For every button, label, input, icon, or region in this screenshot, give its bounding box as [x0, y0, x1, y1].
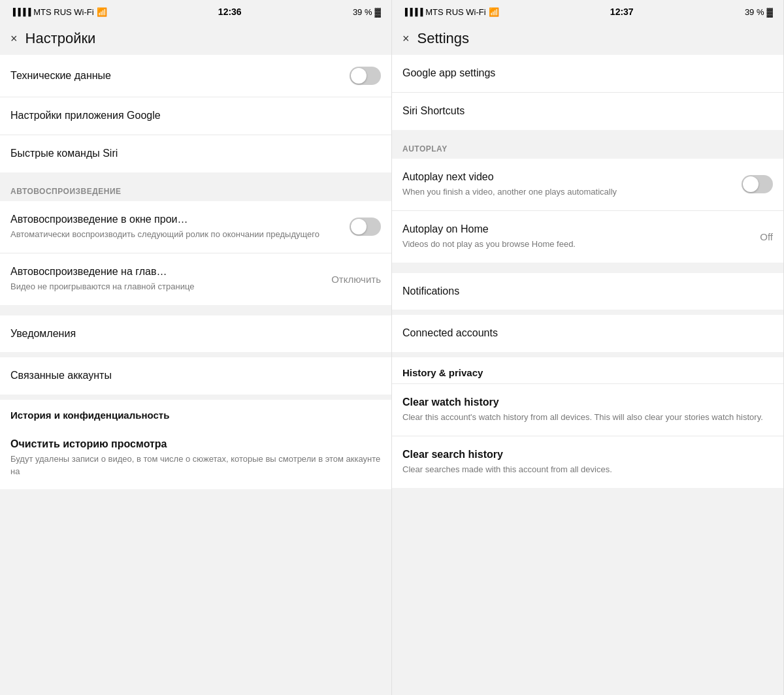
notifications-title-left: Уведомления: [10, 327, 381, 341]
battery-icon-right: ▓: [767, 7, 773, 17]
autoplay-home-content-right: Autoplay on Home Videos do not play as y…: [402, 223, 760, 251]
time-left: 12:36: [218, 7, 242, 17]
divider-1: [0, 310, 391, 315]
history-group-left: История и конфиденциальность Очистить ис…: [0, 400, 391, 489]
setting-item-connected-left[interactable]: Связанные аккаунты: [0, 357, 391, 395]
autoplay-home-title: Автовоспроизведение на глав…: [10, 265, 331, 279]
autoplay-window-subtitle: Автоматически воспроизводить следующий р…: [10, 229, 350, 240]
connected-group-left: Связанные аккаунты: [0, 357, 391, 395]
autoplay-next-title: Autoplay next video: [402, 170, 742, 184]
autoplay-home-content: Автовоспроизведение на глав… Видео не пр…: [10, 265, 331, 293]
clear-watch-subtitle-right: Clear this account's watch history from …: [402, 412, 773, 423]
setting-item-connected-right[interactable]: Connected accounts: [392, 315, 783, 352]
status-bar-right: ▐▐▐▐ MTS RUS Wi-Fi 📶 12:37 39 % ▓: [392, 0, 783, 24]
history-header-title-right: History & privacy: [402, 366, 483, 380]
history-section-header-left: История и конфиденциальность: [0, 400, 391, 426]
setting-item-tech-title: Технические данные: [10, 69, 350, 83]
setting-item-tech-content: Технические данные: [10, 69, 350, 83]
siri-title-right: Siri Shortcuts: [402, 105, 773, 118]
setting-item-notifications-left[interactable]: Уведомления: [0, 315, 391, 353]
clear-search-content-right: Clear search history Clear searches made…: [402, 448, 773, 476]
page-title-left: Настройки: [25, 30, 96, 47]
setting-item-google-title: Настройки приложения Google: [10, 109, 381, 123]
setting-item-google-app[interactable]: Настройки приложения Google: [0, 97, 391, 135]
connected-title-right: Connected accounts: [402, 327, 773, 340]
setting-item-autoplay-home[interactable]: Автовоспроизведение на глав… Видео не пр…: [0, 253, 391, 305]
connected-title-left: Связанные аккаунты: [10, 369, 381, 383]
history-section-header-right: History & privacy: [392, 357, 783, 384]
autoplay-home-subtitle: Видео не проигрываются на главной страни…: [10, 281, 331, 293]
time-right: 12:37: [610, 7, 634, 17]
notifications-title-right: Notifications: [402, 285, 773, 299]
autoplay-section-header-left: АВТОВОСПРОИЗВЕДЕНИЕ: [0, 178, 391, 201]
autoplay-home-badge-right: Off: [760, 231, 773, 242]
battery-left: 39 %: [353, 7, 372, 17]
notifications-content-right: Notifications: [402, 285, 773, 299]
divider-right-1: [392, 268, 783, 273]
status-bar-left: ▐▐▐▐ MTS RUS Wi-Fi 📶 12:36 39 % ▓: [0, 0, 391, 24]
right-panel: ▐▐▐▐ MTS RUS Wi-Fi 📶 12:37 39 % ▓ × Sett…: [392, 0, 784, 695]
setting-item-notifications-right[interactable]: Notifications: [392, 273, 783, 310]
setting-item-autoplay-window[interactable]: Автовоспроизведение в окне прои… Автомат…: [0, 201, 391, 253]
setting-item-siri-content: Быстрые команды Siri: [10, 147, 381, 161]
notifications-content-left: Уведомления: [10, 327, 381, 341]
status-right-left: 39 % ▓: [353, 7, 381, 17]
status-right-right: 39 % ▓: [745, 7, 773, 17]
setting-item-tech-data[interactable]: Технические данные: [0, 55, 391, 97]
setting-item-clear-watch-left[interactable]: Очистить историю просмотра Будут удалены…: [0, 426, 391, 489]
setting-item-autoplay-home-right[interactable]: Autoplay on Home Videos do not play as y…: [392, 211, 783, 263]
autoplay-home-subtitle-right: Videos do not play as you browse Home fe…: [402, 238, 760, 250]
left-panel: ▐▐▐▐ MTS RUS Wi-Fi 📶 12:36 39 % ▓ × Наст…: [0, 0, 392, 695]
autoplay-next-content: Autoplay next video When you finish a vi…: [402, 170, 742, 199]
status-left-right: ▐▐▐▐ MTS RUS Wi-Fi 📶: [402, 7, 499, 17]
toggle-autoplay-window[interactable]: [350, 218, 381, 236]
autoplay-section-header-right: AUTOPLAY: [392, 135, 783, 159]
autoplay-group-left: Автовоспроизведение в окне прои… Автомат…: [0, 201, 391, 305]
top-items-group-right: Google app settings Siri Shortcuts: [392, 55, 783, 130]
signal-icon: ▐▐▐▐: [10, 8, 31, 16]
autoplay-home-badge: Отключить: [331, 274, 381, 285]
connected-group-right: Connected accounts: [392, 315, 783, 352]
setting-item-siri-right[interactable]: Siri Shortcuts: [392, 93, 783, 130]
status-left: ▐▐▐▐ MTS RUS Wi-Fi 📶: [10, 7, 107, 17]
page-title-right: Settings: [417, 30, 470, 47]
setting-item-clear-search-right[interactable]: Clear search history Clear searches made…: [392, 436, 783, 488]
connected-content-right: Connected accounts: [402, 327, 773, 340]
clear-search-title-right: Clear search history: [402, 448, 773, 462]
wifi-icon-right: 📶: [489, 7, 499, 17]
history-group-right: History & privacy Clear watch history Cl…: [392, 357, 783, 487]
autoplay-window-title: Автовоспроизведение в окне прои…: [10, 213, 350, 227]
carrier-right: MTS RUS Wi-Fi: [425, 7, 485, 17]
battery-right: 39 %: [745, 7, 764, 17]
wifi-icon-left: 📶: [97, 7, 107, 17]
google-app-title-right: Google app settings: [402, 67, 773, 80]
setting-item-google-content: Настройки приложения Google: [10, 109, 381, 123]
header-left: × Настройки: [0, 24, 391, 55]
setting-item-google-app-right[interactable]: Google app settings: [392, 55, 783, 93]
autoplay-home-title-right: Autoplay on Home: [402, 223, 760, 236]
carrier-left: MTS RUS Wi-Fi: [33, 7, 93, 17]
signal-icon-right: ▐▐▐▐: [402, 8, 423, 16]
autoplay-group-right: Autoplay next video When you finish a vi…: [392, 159, 783, 263]
settings-content-right: Google app settings Siri Shortcuts AUTOP…: [392, 55, 783, 695]
setting-item-clear-watch-right[interactable]: Clear watch history Clear this account's…: [392, 384, 783, 436]
setting-item-siri-title: Быстрые команды Siri: [10, 147, 381, 161]
clear-watch-subtitle-left: Будут удалены записи о видео, в том числ…: [10, 453, 381, 477]
settings-content-left: Технические данные Настройки приложения …: [0, 55, 391, 695]
siri-content-right: Siri Shortcuts: [402, 105, 773, 118]
setting-item-autoplay-next[interactable]: Autoplay next video When you finish a vi…: [392, 159, 783, 211]
battery-icon-left: ▓: [375, 7, 381, 17]
toggle-autoplay-next[interactable]: [742, 175, 773, 193]
clear-watch-content-left: Очистить историю просмотра Будут удалены…: [10, 438, 381, 477]
setting-item-siri[interactable]: Быстрые команды Siri: [0, 135, 391, 172]
google-app-content-right: Google app settings: [402, 67, 773, 80]
close-button-right[interactable]: ×: [402, 32, 410, 46]
clear-search-subtitle-right: Clear searches made with this account fr…: [402, 464, 773, 476]
history-header-title-left: История и конфиденциальность: [10, 409, 169, 422]
notifications-group-right: Notifications: [392, 273, 783, 310]
header-right: × Settings: [392, 24, 783, 55]
connected-content-left: Связанные аккаунты: [10, 369, 381, 383]
close-button-left[interactable]: ×: [10, 32, 18, 46]
more-items-group: Уведомления: [0, 315, 391, 353]
toggle-tech-data[interactable]: [350, 67, 381, 85]
